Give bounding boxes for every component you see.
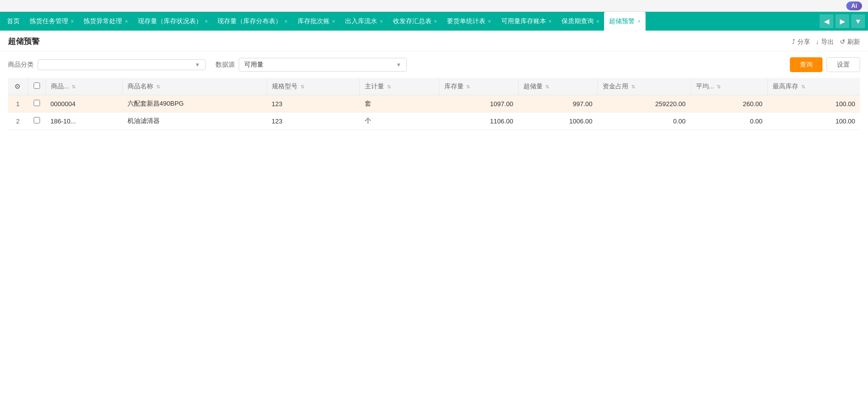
table-container: ⚙ 商品... ⇅ 商品名称 ⇅ 规格型号 ⇅ 主计量	[0, 78, 868, 130]
col-capital[interactable]: 资金占用 ⇅	[598, 78, 691, 95]
col-stock-label: 库存量	[444, 82, 464, 90]
row-spec: 123	[266, 95, 359, 113]
nav-item-home[interactable]: 首页	[2, 12, 25, 31]
row-index: 1	[8, 95, 28, 113]
sort-max-stock-icon: ⇅	[801, 84, 805, 89]
row-overstock: 1006.00	[518, 113, 597, 130]
page-header: 超储预警 ⤴ 分享 ↓ 导出 ↺ 刷新	[0, 31, 868, 51]
nav-item-overstock-warning[interactable]: 超储预警 ×	[604, 12, 645, 31]
col-product-name[interactable]: 商品名称 ⇅	[123, 78, 267, 95]
datasource-arrow-icon: ▼	[396, 62, 401, 68]
filter-actions: 查询 设置	[790, 57, 860, 72]
export-button[interactable]: ↓ 导出	[816, 38, 834, 46]
nav-item-batch-account[interactable]: 库存批次账 ×	[293, 12, 340, 31]
nav-bar: 首页 拣货任务管理 × 拣货异常处理 × 现存量（库存状况表） × 现存量（库存…	[0, 12, 868, 31]
col-overstock-label: 超储量	[523, 82, 543, 90]
nav-item-order-stats[interactable]: 要货单统计表 ×	[442, 12, 496, 31]
table-header-row: ⚙ 商品... ⇅ 商品名称 ⇅ 规格型号 ⇅ 主计量	[8, 78, 860, 95]
nav-close-inout-flow[interactable]: ×	[380, 18, 383, 24]
nav-close-stock-status[interactable]: ×	[205, 18, 208, 24]
col-product-name-label: 商品名称	[128, 82, 153, 90]
table-row: 1 0000004 六配套新昌490BPG 123 套 1097.00 997.…	[8, 95, 860, 113]
category-filter: 商品分类 ▼	[8, 59, 206, 70]
row-overstock: 997.00	[518, 95, 597, 113]
nav-more-button[interactable]: ▼	[851, 14, 865, 28]
col-unit-label: 主计量	[365, 82, 384, 90]
nav-close-order-stats[interactable]: ×	[488, 18, 491, 24]
nav-close-batch-account[interactable]: ×	[332, 18, 335, 24]
col-product-code[interactable]: 商品... ⇅	[45, 78, 123, 95]
nav-item-quality-check[interactable]: 保质期查询 ×	[557, 12, 604, 31]
col-avg[interactable]: 平均... ⇅	[691, 78, 768, 95]
nav-label-abnormal: 拣货异常处理	[84, 17, 122, 26]
share-icon: ⤴	[792, 38, 795, 45]
nav-close-overstock-warning[interactable]: ×	[637, 18, 640, 24]
col-spec-label: 规格型号	[272, 82, 298, 90]
nav-label-available-stock: 可用量库存账本	[501, 17, 546, 26]
nav-close-abnormal[interactable]: ×	[125, 18, 128, 24]
col-checkbox	[28, 78, 45, 95]
col-stock[interactable]: 库存量 ⇅	[439, 78, 518, 95]
col-max-stock[interactable]: 最高库存 ⇅	[768, 78, 860, 95]
row-capital: 259220.00	[598, 95, 691, 113]
refresh-button[interactable]: ↺ 刷新	[840, 38, 860, 46]
nav-item-stock-dist[interactable]: 现存量（库存分布表） ×	[213, 12, 292, 31]
col-overstock[interactable]: 超储量 ⇅	[518, 78, 597, 95]
sort-overstock-icon: ⇅	[545, 84, 549, 89]
settings-gear-icon[interactable]: ⚙	[14, 82, 21, 90]
row-checkbox[interactable]	[34, 100, 40, 106]
row-avg: 0.00	[691, 113, 768, 130]
ai-badge[interactable]: Ai	[846, 1, 862, 10]
nav-close-task-mgmt[interactable]: ×	[71, 18, 74, 24]
data-table: ⚙ 商品... ⇅ 商品名称 ⇅ 规格型号 ⇅ 主计量	[8, 78, 860, 130]
nav-close-quality-check[interactable]: ×	[596, 18, 599, 24]
sort-product-code-icon: ⇅	[72, 84, 76, 89]
nav-close-collect-summary[interactable]: ×	[434, 18, 437, 24]
page-title: 超储预警	[8, 37, 40, 47]
export-icon: ↓	[816, 38, 820, 45]
select-all-checkbox[interactable]	[34, 82, 40, 89]
share-button[interactable]: ⤴ 分享	[792, 38, 810, 46]
datasource-filter: 数据源 可用量 ▼	[216, 58, 407, 72]
nav-arrows: ◀ ▶ ▼	[819, 14, 866, 28]
datasource-value: 可用量	[244, 60, 263, 69]
export-label: 导出	[821, 38, 834, 46]
table-row: 2 186-10... 机油滤清器 123 个 1106.00 1006.00 …	[8, 113, 860, 130]
col-spec[interactable]: 规格型号 ⇅	[266, 78, 359, 95]
nav-close-available-stock[interactable]: ×	[549, 18, 552, 24]
col-unit[interactable]: 主计量 ⇅	[360, 78, 439, 95]
nav-item-collect-summary[interactable]: 收发存汇总表 ×	[388, 12, 442, 31]
query-button[interactable]: 查询	[790, 57, 823, 72]
category-label: 商品分类	[8, 60, 34, 69]
sort-spec-icon: ⇅	[301, 84, 304, 89]
nav-item-stock-status[interactable]: 现存量（库存状况表） ×	[133, 12, 213, 31]
sort-unit-icon: ⇅	[387, 84, 391, 89]
nav-label-stock-status: 现存量（库存状况表）	[138, 17, 202, 26]
row-product-name: 机油滤清器	[123, 113, 267, 130]
row-index: 2	[8, 113, 28, 130]
settings-button[interactable]: 设置	[826, 57, 860, 72]
row-product-code: 0000004	[45, 95, 123, 113]
row-stock: 1106.00	[439, 113, 518, 130]
nav-prev-button[interactable]: ◀	[820, 14, 833, 28]
nav-item-abnormal[interactable]: 拣货异常处理 ×	[79, 12, 132, 31]
row-capital: 0.00	[598, 113, 691, 130]
datasource-select[interactable]: 可用量 ▼	[239, 58, 407, 72]
refresh-icon: ↺	[840, 38, 845, 45]
category-select[interactable]: ▼	[38, 59, 206, 70]
nav-label-quality-check: 保质期查询	[562, 17, 594, 26]
nav-item-available-stock[interactable]: 可用量库存账本 ×	[496, 12, 557, 31]
row-checkbox[interactable]	[34, 117, 40, 123]
nav-item-inout-flow[interactable]: 出入库流水 ×	[340, 12, 388, 31]
nav-close-stock-dist[interactable]: ×	[284, 18, 287, 24]
filter-bar: 商品分类 ▼ 数据源 可用量 ▼ 查询 设置	[0, 51, 868, 78]
nav-label-inout-flow: 出入库流水	[345, 17, 377, 26]
nav-label-task-mgmt: 拣货任务管理	[30, 17, 68, 26]
col-settings[interactable]: ⚙	[8, 78, 28, 95]
top-bar: Ai	[0, 0, 868, 12]
row-max-stock: 100.00	[768, 95, 860, 113]
row-max-stock: 100.00	[768, 113, 860, 130]
nav-next-button[interactable]: ▶	[835, 14, 849, 28]
nav-item-task-mgmt[interactable]: 拣货任务管理 ×	[25, 12, 79, 31]
row-spec: 123	[266, 113, 359, 130]
